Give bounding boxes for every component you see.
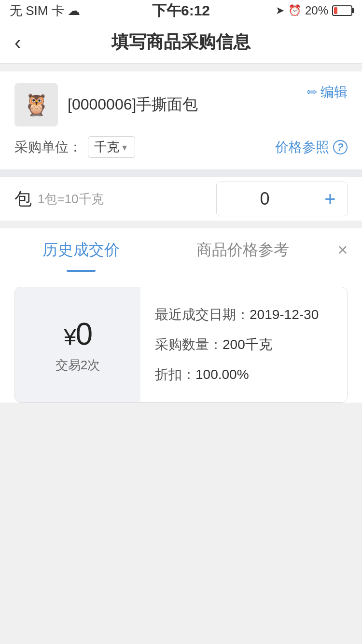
unit-char: 包	[14, 187, 32, 211]
edit-icon: ✏	[307, 85, 318, 100]
product-header: 🦉 [0000006]手撕面包 ✏ 编辑	[14, 83, 348, 126]
price-value: 0	[76, 317, 92, 351]
status-left: 无 SIM 卡 ☁	[10, 2, 80, 19]
sim-status: 无 SIM 卡 ☁	[10, 2, 80, 19]
price-ref-button[interactable]: 价格参照 ?	[275, 138, 348, 156]
unit-label: 包 1包=10千克	[14, 187, 104, 211]
qty-controls: +	[216, 182, 348, 216]
history-qty-label: 采购数量：	[155, 337, 223, 352]
edit-label: 编辑	[320, 83, 348, 101]
bottom-panel: 历史成交价 商品价格参考 × ¥0 交易2次 最近成交日期：2019-12-30…	[0, 228, 362, 403]
price-ref-label: 价格参照	[275, 138, 329, 156]
product-image-icon: 🦉	[23, 92, 50, 117]
battery-icon	[332, 5, 352, 16]
nav-bar: ‹ 填写商品采购信息	[0, 21, 362, 64]
edit-button[interactable]: ✏ 编辑	[307, 83, 348, 101]
back-button[interactable]: ‹	[14, 33, 21, 52]
product-footer: 采购单位： 千克 ▾ 价格参照 ?	[14, 136, 348, 158]
product-image: 🦉	[14, 83, 58, 126]
location-icon: ➤	[276, 4, 284, 17]
battery-pct: 20%	[305, 4, 328, 17]
unit-value: 千克	[94, 139, 119, 155]
tab-history-price[interactable]: 历史成交价	[0, 228, 162, 272]
history-discount-value: 100.00%	[195, 367, 249, 382]
unit-row-label: 采购单位：	[14, 138, 82, 156]
history-date-value: 2019-12-30	[250, 307, 319, 322]
tab-history-label: 历史成交价	[42, 239, 120, 261]
product-card: 🦉 [0000006]手撕面包 ✏ 编辑 采购单位： 千克 ▾ 价格参照 ?	[0, 71, 362, 169]
history-card: ¥0 交易2次 最近成交日期：2019-12-30 采购数量：200千克 折扣：…	[14, 287, 348, 403]
page-title: 填写商品采购信息	[111, 30, 251, 54]
history-details: 最近成交日期：2019-12-30 采购数量：200千克 折扣：100.00%	[140, 287, 347, 402]
history-discount-label: 折扣：	[155, 367, 195, 382]
history-discount-row: 折扣：100.00%	[155, 364, 333, 385]
unit-select[interactable]: 千克 ▾	[88, 136, 135, 158]
history-date-row: 最近成交日期：2019-12-30	[155, 305, 333, 325]
product-name: [0000006]手撕面包	[68, 94, 198, 115]
help-icon: ?	[333, 140, 348, 154]
unit-row: 采购单位： 千克 ▾	[14, 136, 135, 158]
history-trades-count: 交易2次	[56, 357, 100, 374]
status-bar: 无 SIM 卡 ☁ 下午6:12 ➤ ⏰ 20%	[0, 0, 362, 21]
alarm-icon: ⏰	[288, 4, 301, 17]
tab-close-button[interactable]: ×	[323, 228, 362, 272]
divider-bar	[0, 169, 362, 177]
quantity-input[interactable]	[217, 182, 313, 216]
qty-plus-button[interactable]: +	[313, 182, 347, 216]
history-qty-value: 200千克	[223, 337, 272, 352]
history-date-label: 最近成交日期：	[155, 307, 250, 322]
product-info: 🦉 [0000006]手撕面包	[14, 83, 198, 126]
quantity-row: 包 1包=10千克 +	[0, 177, 362, 221]
status-time: 下午6:12	[152, 1, 210, 21]
history-qty-row: 采购数量：200千克	[155, 335, 333, 355]
tabs: 历史成交价 商品价格参考 ×	[0, 228, 362, 272]
history-price-section: ¥0 交易2次	[15, 287, 140, 402]
tab-price-ref-label: 商品价格参考	[196, 239, 289, 261]
currency-symbol: ¥	[64, 324, 76, 350]
status-right: ➤ ⏰ 20%	[276, 4, 352, 17]
history-price-display: ¥0	[64, 316, 92, 352]
unit-convert: 1包=10千克	[38, 191, 104, 208]
tab-product-price-ref[interactable]: 商品价格参考	[162, 228, 323, 272]
dropdown-arrow-icon: ▾	[122, 141, 127, 153]
